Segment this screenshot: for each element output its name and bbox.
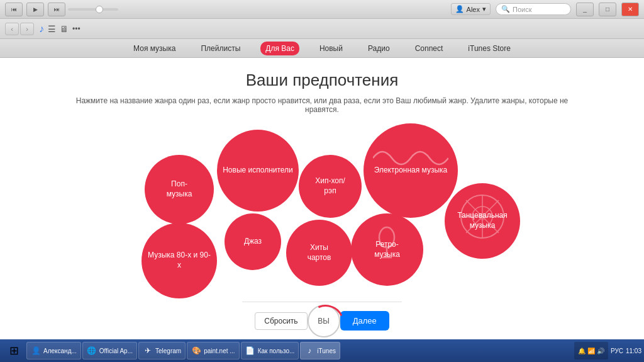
bottom-bar: Сбросить ВЫ Далее	[242, 302, 401, 339]
taskbar-label-telegram: Telegram	[155, 348, 181, 354]
page-subtitle: Нажмите на название жанра один раз, если…	[70, 96, 574, 114]
bubble-jazz[interactable]: Джаз	[225, 213, 281, 270]
taskbar-item-telegram[interactable]: ✈ Telegram	[138, 342, 186, 359]
bubble-electronic[interactable]: Электронная музыка	[364, 123, 458, 218]
start-button[interactable]: ⊞	[3, 342, 25, 359]
bubble-new-artists[interactable]: Новые исполнители	[217, 130, 299, 212]
bubble-retro-label: Ретро-музыка	[374, 240, 400, 259]
bubble-dance-label: Танцевальнаямузыка	[457, 211, 507, 230]
reset-button[interactable]: Сбросить	[255, 312, 307, 330]
taskbar-label-aleksandr: Александ...	[43, 348, 77, 354]
maximize-button[interactable]: □	[599, 3, 616, 16]
user-name: Alex	[467, 6, 480, 13]
toolbar: ‹ › ♪ ☰ 🖥 •••	[0, 19, 644, 39]
taskbar-icon-howto: 📄	[245, 346, 255, 356]
bubble-hiphop-label: Хип-хоп/рэп	[315, 176, 345, 196]
language-indicator: РУС	[611, 348, 623, 354]
title-bar-right: 👤 Alex ▾ 🔍 Поиск _ □ ✕	[451, 3, 639, 16]
bubble-charts-label: Хитычартов	[308, 243, 331, 263]
center-label: ВЫ	[318, 317, 330, 325]
taskbar-label-itunes: iTunes	[317, 348, 336, 354]
tab-for-you[interactable]: Для Вас	[260, 42, 299, 55]
taskbar-label-official: Official Ap...	[99, 348, 133, 354]
title-bar-controls: ⏮ ▶ ⏭	[5, 3, 118, 16]
tab-radio[interactable]: Радио	[363, 42, 395, 55]
taskbar-icon-telegram: ✈	[143, 346, 153, 356]
taskbar-item-aleksandr[interactable]: 👤 Александ...	[26, 342, 81, 359]
next-button[interactable]: Далее	[340, 311, 389, 331]
center-circle-container: ВЫ	[308, 305, 340, 337]
bubble-pop-label: Поп-музыка	[167, 179, 192, 199]
taskbar-icon-paint: 🎨	[191, 346, 201, 356]
taskbar-item-official[interactable]: 🌐 Official Ap...	[82, 342, 137, 359]
search-icon: 🔍	[501, 5, 510, 13]
bubble-hiphop[interactable]: Хип-хоп/рэп	[299, 155, 362, 218]
search-box[interactable]: 🔍 Поиск	[496, 3, 571, 15]
prev-button[interactable]: ⏮	[5, 3, 23, 16]
bubble-retro[interactable]: Ретро-музыка	[351, 213, 423, 286]
taskbar-item-paint[interactable]: 🎨 paint.net ...	[187, 342, 239, 359]
tab-playlists[interactable]: Плейлисты	[196, 42, 245, 55]
taskbar-icon-itunes: ♪	[304, 346, 314, 356]
tray-icons: 🔔 📶 🔊	[578, 348, 604, 354]
center-circle: ВЫ	[308, 305, 340, 337]
taskbar-item-itunes[interactable]: ♪ iTunes	[300, 342, 340, 359]
page-title: Ваши предпочтения	[246, 71, 399, 90]
taskbar-icon-aleksandr: 👤	[31, 346, 41, 356]
search-placeholder: Поиск	[513, 6, 531, 13]
bubble-electronic-label: Электронная музыка	[374, 166, 448, 176]
bubble-80s90s-label: Музыка 80-х и 90-х	[147, 251, 212, 270]
tab-new[interactable]: Новый	[314, 42, 348, 55]
main-content: Ваши предпочтения Нажмите на название жа…	[0, 58, 644, 339]
tab-connect[interactable]: Connect	[410, 42, 448, 55]
bubble-new-artists-label: Новые исполнители	[223, 166, 293, 176]
taskbar-icon-official: 🌐	[87, 346, 97, 356]
system-tray: 🔔 📶 🔊	[574, 342, 608, 359]
volume-slider[interactable]	[68, 8, 118, 11]
taskbar-item-howto[interactable]: 📄 Как пользо...	[241, 342, 299, 359]
taskbar-label-howto: Как пользо...	[258, 348, 295, 354]
bubble-dance[interactable]: Танцевальнаямузыка	[445, 183, 520, 259]
bubble-80s90s[interactable]: Музыка 80-х и 90-х	[142, 223, 217, 298]
user-button[interactable]: 👤 Alex ▾	[451, 3, 491, 15]
music-icon[interactable]: ♪	[39, 23, 44, 35]
close-button[interactable]: ✕	[621, 3, 639, 16]
user-icon: 👤	[455, 5, 464, 13]
bubbles-area: Поп-музыка Новые исполнители Хип-хоп/рэп…	[0, 120, 644, 302]
playback-controls[interactable]: ⏮ ▶ ⏭	[5, 3, 65, 16]
back-button[interactable]: ‹	[5, 23, 19, 35]
taskbar-label-paint: paint.net ...	[204, 348, 235, 354]
play-button[interactable]: ▶	[26, 3, 44, 16]
nav-tabs: Моя музыка Плейлисты Для Вас Новый Радио…	[0, 39, 644, 58]
taskbar: ⊞ 👤 Александ... 🌐 Official Ap... ✈ Teleg…	[0, 339, 644, 362]
toolbar-icons: ♪ ☰ 🖥 •••	[39, 23, 80, 35]
nav-buttons: ‹ ›	[5, 23, 34, 35]
volume-thumb	[96, 6, 103, 13]
title-bar: ⏮ ▶ ⏭ 👤 Alex ▾ 🔍 Поиск _ □ ✕	[0, 0, 644, 19]
more-button[interactable]: •••	[72, 25, 80, 33]
tab-itunes-store[interactable]: iTunes Store	[463, 42, 516, 55]
dropdown-icon: ▾	[482, 5, 486, 13]
screen-icon[interactable]: 🖥	[60, 24, 69, 34]
next-button[interactable]: ⏭	[48, 3, 65, 16]
forward-button[interactable]: ›	[20, 23, 34, 35]
clock: 11:03	[626, 348, 641, 354]
bubble-pop[interactable]: Поп-музыка	[145, 155, 214, 224]
bubble-charts[interactable]: Хитычартов	[286, 220, 352, 286]
tab-my-music[interactable]: Моя музыка	[128, 42, 180, 55]
bubble-jazz-label: Джаз	[244, 237, 262, 247]
taskbar-right: 🔔 📶 🔊 РУС 11:03	[574, 342, 641, 359]
grid-icon[interactable]: ☰	[48, 24, 56, 34]
minimize-button[interactable]: _	[576, 3, 594, 16]
